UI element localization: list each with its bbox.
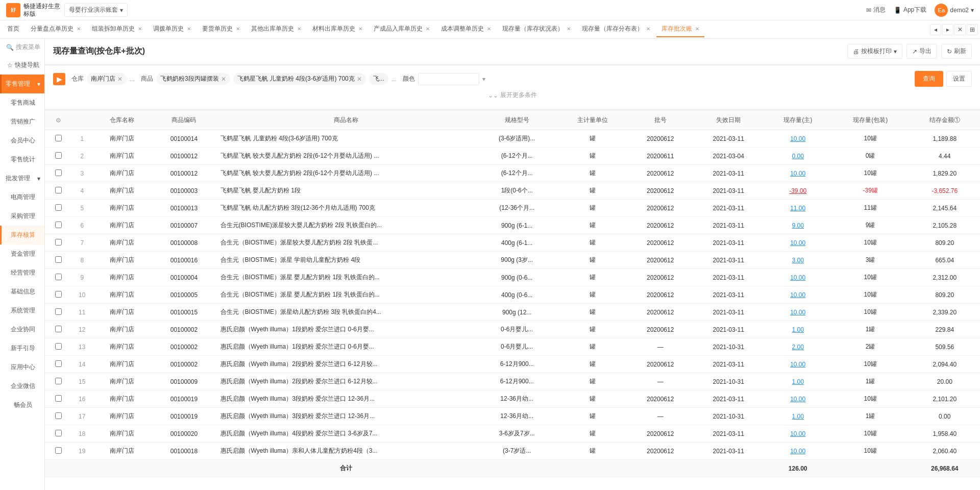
user-profile-btn[interactable]: Ea demo2 ▾ [935,4,974,17]
td-checkbox[interactable] [45,234,72,252]
sidebar-item-corp[interactable]: 企业协同 [0,320,44,339]
td-qty-main[interactable]: 10.00 [765,130,831,148]
warehouse-more-btn[interactable]: ... [130,76,135,83]
td-qty-main[interactable]: 1.00 [765,373,831,390]
tab-cost-adjust[interactable]: 成本调整单历史 ✕ [436,21,496,37]
tab-close-other-out[interactable]: ✕ [297,26,301,32]
color-input[interactable] [418,73,479,85]
td-qty-main[interactable]: 10.00 [765,234,831,252]
tab-require[interactable]: 要货单历史 ✕ [197,21,245,37]
tab-other-out[interactable]: 其他出库单历史 ✕ [246,21,306,37]
sidebar-item-appcenter[interactable]: 应用中心 [0,358,44,377]
warehouse-remove-btn[interactable]: ✕ [117,76,122,83]
td-qty-main[interactable]: 1.00 [765,321,831,338]
org-selector[interactable]: 母婴行业演示账套 ▾ [64,3,128,17]
td-qty-main[interactable]: 1.00 [765,408,831,425]
tab-close-all[interactable]: ✕ [954,24,966,35]
td-checkbox[interactable] [45,321,72,338]
td-qty-main[interactable]: -39.00 [765,182,831,200]
settings-icon[interactable]: ⚙ [56,117,61,124]
td-qty-main[interactable]: 10.00 [765,390,831,408]
td-qty-main[interactable]: 10.00 [765,286,831,304]
td-checkbox[interactable] [45,356,72,373]
sidebar-item-retail[interactable]: 零售管理 ▾ [0,75,44,93]
tab-close-cost-adjust[interactable]: ✕ [487,26,491,32]
td-checkbox[interactable] [45,200,72,217]
td-checkbox[interactable] [45,408,72,425]
tab-disassemble[interactable]: 组装拆卸单历史 ✕ [87,21,147,37]
td-checkbox[interactable] [45,425,72,443]
td-checkbox[interactable] [45,373,72,390]
expand-conditions-btn[interactable]: ⌄⌄ 展开更多条件 [484,89,541,102]
tab-close-batch[interactable]: ✕ [695,26,699,32]
query-button[interactable]: 查询 [915,71,943,87]
td-checkbox[interactable] [45,390,72,408]
setting-button[interactable]: 设置 [946,71,972,87]
app-download-btn[interactable]: 📱 App下载 [894,6,926,14]
tab-close-adjust[interactable]: ✕ [187,26,191,32]
tab-material-out[interactable]: 材料出库单历史 ✕ [307,21,368,37]
td-qty-main[interactable]: 9.00 [765,217,831,234]
sidebar-item-wholesale[interactable]: 批发管理 ▾ [0,169,44,188]
td-qty-main[interactable]: 2.00 [765,338,831,356]
tab-expand[interactable]: ⊞ [967,24,978,35]
td-qty-main[interactable]: 10.00 [765,269,831,286]
tab-close-material-out[interactable]: ✕ [358,26,362,32]
tab-close-disassemble[interactable]: ✕ [138,26,142,32]
td-qty-main[interactable]: 10.00 [765,165,831,182]
goods-tag1-remove-btn[interactable]: ✕ [221,76,226,83]
tab-close-stock-status[interactable]: ✕ [567,26,571,32]
filter-arrow-btn[interactable]: ▶ [53,73,65,85]
tab-stock-dist[interactable]: 现存量（库存分布表） ✕ [577,21,655,37]
sidebar-item-base[interactable]: 基础信息 [0,282,44,301]
tab-close-product-in[interactable]: ✕ [426,26,430,32]
td-checkbox[interactable] [45,304,72,321]
sidebar-item-marketing[interactable]: 营销推广 [0,112,44,131]
sidebar-item-sys[interactable]: 系统管理 [0,301,44,320]
tab-product-in[interactable]: 产成品入库单历史 ✕ [369,21,435,37]
td-qty-main[interactable]: 10.00 [765,425,831,443]
tab-adjust[interactable]: 调拨单历史 ✕ [148,21,196,37]
td-checkbox[interactable] [45,443,72,460]
sidebar-item-ecom[interactable]: 电商管理 [0,188,44,207]
td-checkbox[interactable] [45,130,72,148]
refresh-button[interactable]: ↻ 刷新 [941,44,972,59]
sidebar-item-retail-stat[interactable]: 零售统计 [0,150,44,169]
sidebar-item-newguide[interactable]: 新手引导 [0,339,44,358]
td-checkbox[interactable] [45,252,72,269]
td-qty-main[interactable]: 3.00 [765,252,831,269]
sidebar-item-inventory[interactable]: 库存核算 [0,226,44,244]
td-checkbox[interactable] [45,182,72,200]
sidebar-item-retail-store[interactable]: 零售商城 [0,93,44,112]
tab-scroll-left[interactable]: ◂ [930,24,941,35]
tab-split[interactable]: 分量盘点单历史 ✕ [26,21,86,37]
print-button[interactable]: 🖨 按模板打印 ▾ [847,44,902,59]
sidebar-search[interactable]: 🔍 搜索菜单 [0,39,44,56]
tab-stock-status[interactable]: 现存量（库存状况表） ✕ [497,21,576,37]
tab-close-split[interactable]: ✕ [77,26,81,32]
td-checkbox[interactable] [45,269,72,286]
sidebar-item-ops[interactable]: 经营管理 [0,263,44,282]
sidebar-item-purchase[interactable]: 采购管理 [0,207,44,226]
td-checkbox[interactable] [45,165,72,182]
goods-tag2-remove-btn[interactable]: ✕ [357,76,362,83]
tab-home[interactable]: 首页 [2,21,24,37]
sidebar-item-member[interactable]: 会员中心 [0,131,44,150]
sidebar-item-corpwx[interactable]: 企业微信 [0,377,44,396]
tab-close-stock-dist[interactable]: ✕ [646,26,650,32]
td-qty-main[interactable]: 10.00 [765,443,831,460]
sidebar-item-member2[interactable]: 畅会员 [0,396,44,414]
td-checkbox[interactable] [45,217,72,234]
td-qty-main[interactable]: 0.00 [765,148,831,165]
td-checkbox[interactable] [45,286,72,304]
sidebar-quick-nav[interactable]: ☆ 快捷导航 [0,56,44,75]
td-qty-main[interactable]: 10.00 [765,356,831,373]
export-button[interactable]: ↗ 导出 [906,44,937,59]
td-qty-main[interactable]: 10.00 [765,304,831,321]
message-btn[interactable]: ✉ 消息 [866,6,886,14]
td-checkbox[interactable] [45,148,72,165]
tab-batch[interactable]: 库存批次账 ✕ [656,21,704,37]
td-qty-main[interactable]: 11.00 [765,200,831,217]
sidebar-item-finance[interactable]: 资金管理 [0,244,44,263]
tab-scroll-right[interactable]: ▸ [942,24,953,35]
